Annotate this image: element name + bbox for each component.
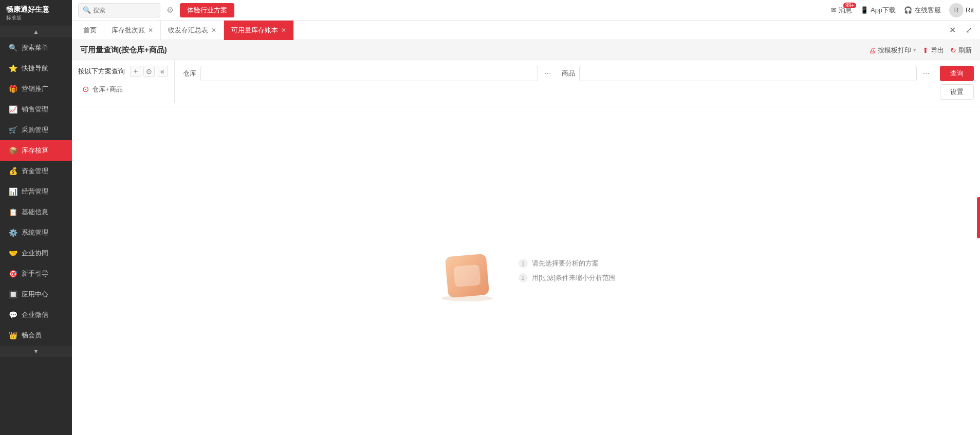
warehouse-label: 仓库 [183,69,196,78]
page-header: 可用量查询(按仓库+商品) 🖨 按模板打印 ▾ ⬆ 导出 ↻ 刷新 [72,40,980,60]
tab-summary[interactable]: 收发存汇总表 ✕ [161,21,224,40]
online-service-label: 在线客服 [914,6,941,15]
search-input[interactable] [93,7,156,14]
sidebar-scroll-down[interactable]: ▼ [0,346,72,357]
sidebar-item-marketing[interactable]: 🎁 营销推广 [0,79,72,99]
clipboard-icon: 📋 [8,208,17,216]
sidebar-item-purchase[interactable]: 🛒 采购管理 [0,120,72,140]
settings-icon[interactable]: ⚙ [164,3,176,17]
username: Rit [966,6,974,14]
sidebar-item-apps[interactable]: 🔲 应用中心 [0,284,72,305]
tab-close-icon[interactable]: ✕ [148,27,153,34]
page-title: 可用量查询(按仓库+商品) [80,45,167,55]
right-sidebar-hint [977,197,980,238]
refresh-icon: ↻ [950,46,956,54]
sidebar-item-finance[interactable]: 💰 资金管理 [0,161,72,181]
empty-illustration [436,240,498,301]
headset-icon: 🎧 [904,6,912,14]
chat-icon: 💬 [8,311,17,319]
goods-input[interactable] [579,66,917,81]
scheme-icon: ⊙ [82,84,89,94]
sidebar-item-inventory[interactable]: 📦 库存核算 [0,140,72,161]
page-header-actions: 🖨 按模板打印 ▾ ⬆ 导出 ↻ 刷新 [868,46,972,55]
gift-icon: 🎁 [8,85,17,93]
sidebar-item-operation[interactable]: 📊 经营管理 [0,181,72,202]
setting-button[interactable]: 设置 [940,84,974,100]
goods-more-btn[interactable]: ··· [921,69,932,78]
filter-row-1: 仓库 ··· 商品 ··· [183,66,932,81]
refresh-label: 刷新 [958,46,972,55]
close-tab-button[interactable]: ✕ [945,23,959,37]
industry-btn[interactable]: 体验行业方案 [180,3,234,17]
goods-label: 商品 [562,69,575,78]
sidebar-item-wechat[interactable]: 💬 企业微信 [0,305,72,325]
search-icon: 🔍 [83,6,91,14]
tabs-bar: 首页 库存批次账 ✕ 收发存汇总表 ✕ 可用量库存账本 ✕ ✕ ⤢ [72,21,980,40]
bar-chart-icon: 📊 [8,187,17,196]
hint-text-1: 请先选择要分析的方案 [532,259,599,268]
sidebar-item-label: 新手引导 [22,269,48,278]
sidebar-item-basic[interactable]: 📋 基础信息 [0,202,72,222]
sidebar: 畅康通好生意 标准版 ▲ 🔍 搜索菜单 ⭐ 快捷导航 🎁 营销推广 📈 销售管理… [0,0,72,435]
sidebar-item-label: 快捷导航 [22,64,48,73]
print-btn[interactable]: 🖨 按模板打印 ▾ [868,46,916,55]
empty-hint-2: 2 用[过滤]条件来缩小分析范围 [519,273,616,282]
tab-close-icon[interactable]: ✕ [281,27,286,34]
scheme-label: 仓库+商品 [92,85,123,94]
chart-icon: 📈 [8,105,17,114]
sidebar-item-label: 企业微信 [22,310,48,319]
sidebar-item-label: 系统管理 [22,228,48,237]
export-btn[interactable]: ⬆ 导出 [922,46,944,55]
handshake-icon: 🤝 [8,249,17,257]
sidebar-item-label: 库存核算 [22,146,48,155]
filter-fields: 仓库 ··· 商品 ··· [175,60,940,87]
add-scheme-btn[interactable]: ＋ [130,66,141,77]
messages-btn[interactable]: ✉ 消息 99+ [831,6,852,15]
tab-home[interactable]: 首页 [76,21,104,40]
app-download-btn[interactable]: 📱 App下载 [860,6,896,15]
filter-scheme-panel: 按以下方案查询 ＋ ⊙ « ⊙ 仓库+商品 [72,60,175,103]
gear-icon: ⚙️ [8,229,17,237]
tab-available[interactable]: 可用量库存账本 ✕ [224,21,294,40]
tab-label: 库存批次账 [112,26,145,35]
print-icon: 🖨 [868,46,876,54]
edit-scheme-btn[interactable]: ⊙ [143,66,155,77]
hint-text-2: 用[过滤]条件来缩小分析范围 [532,273,616,282]
scheme-item-warehouse-goods[interactable]: ⊙ 仓库+商品 [78,81,168,97]
tab-close-icon[interactable]: ✕ [211,27,216,34]
filter-scheme-title: 按以下方案查询 [78,67,125,76]
refresh-btn[interactable]: ↻ 刷新 [950,46,972,55]
sidebar-item-label: 应用中心 [22,290,48,299]
sidebar-item-member[interactable]: 👑 畅会员 [0,325,72,346]
sidebar-item-label: 资金管理 [22,166,48,176]
expand-tab-button[interactable]: ⤢ [961,23,976,37]
collapse-scheme-btn[interactable]: « [157,66,168,77]
empty-hint-1: 1 请先选择要分析的方案 [519,259,616,268]
sidebar-item-cooperation[interactable]: 🤝 企业协同 [0,243,72,263]
warehouse-input[interactable] [200,66,538,81]
filter-field-goods: 商品 ··· [562,66,932,81]
sidebar-item-system[interactable]: ⚙️ 系统管理 [0,222,72,243]
empty-text: 1 请先选择要分析的方案 2 用[过滤]条件来缩小分析范围 [519,259,616,282]
online-service-btn[interactable]: 🎧 在线客服 [904,6,941,15]
tab-batch[interactable]: 库存批次账 ✕ [104,21,161,40]
sidebar-item-label: 采购管理 [22,125,48,135]
warehouse-more-btn[interactable]: ··· [542,69,553,78]
sidebar-item-label: 企业协同 [22,249,48,258]
chevron-down-icon[interactable]: ▾ [913,47,916,53]
tabs-actions: ✕ ⤢ [945,23,980,37]
export-label: 导出 [931,46,944,55]
sidebar-scroll-up[interactable]: ▲ [0,26,72,37]
empty-state: 1 请先选择要分析的方案 2 用[过滤]条件来缩小分析范围 [72,106,980,435]
user-profile[interactable]: R Rit [949,3,974,17]
query-button[interactable]: 查询 [940,66,974,81]
sidebar-item-sales[interactable]: 📈 销售管理 [0,99,72,120]
app-subtitle: 标准版 [6,14,66,22]
sidebar-item-search[interactable]: 🔍 搜索菜单 [0,37,72,58]
sidebar-item-label: 营销推广 [22,84,48,93]
sidebar-item-label: 基础信息 [22,207,48,217]
search-box[interactable]: 🔍 [78,3,160,17]
sidebar-item-newbie[interactable]: 🎯 新手引导 [0,263,72,284]
sidebar-item-label: 搜索菜单 [22,43,48,52]
sidebar-item-shortcut[interactable]: ⭐ 快捷导航 [0,58,72,79]
